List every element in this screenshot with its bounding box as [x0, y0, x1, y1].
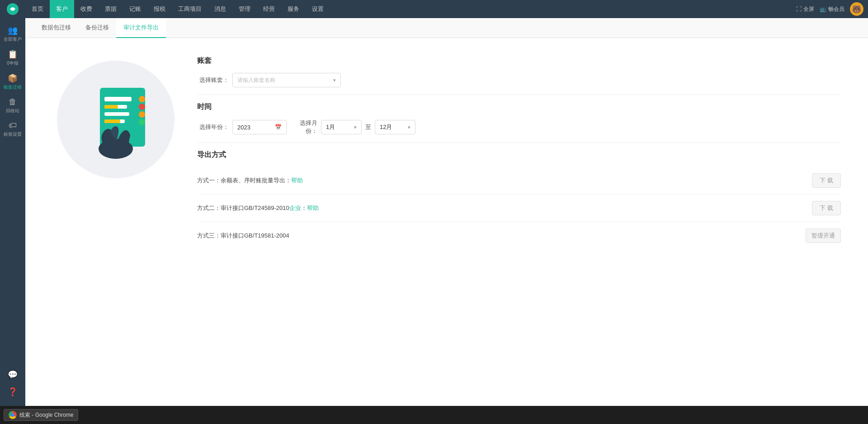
method3-vip-button[interactable]: 暂缓开通	[806, 229, 841, 243]
nav-invoice[interactable]: 票据	[99, 0, 123, 18]
taskbar-chrome-item[interactable]: 线索 - Google Chrome	[4, 409, 78, 421]
sidebar-label-account-migrate: 账套迁移	[4, 85, 22, 90]
section-divider-2	[197, 143, 841, 143]
section-divider-1	[197, 95, 841, 95]
illustration-circle	[57, 61, 175, 178]
tab-bar: 数据包迁移 备份迁移 审计文件导出	[25, 18, 868, 38]
export-method-3-row: 方式三：审计接口GB/T19581-2004 暂缓开通	[197, 222, 841, 249]
sidebar-item-tag-settings[interactable]: 🏷 标签设置	[0, 117, 25, 141]
top-nav-right: ⛶ 全屏 📺 畅会员 🐻	[796, 2, 863, 16]
method1-prefix: 方式一：余额表、序时账批量导出：	[197, 177, 291, 184]
nav-manage[interactable]: 管理	[232, 0, 257, 18]
tab-backup-migrate[interactable]: 备份迁移	[78, 18, 116, 38]
export-method-1-row: 方式一：余额表、序时账批量导出：帮助 下 载	[197, 167, 841, 195]
illustration-svg	[75, 74, 156, 165]
account-label: 选择账套：	[197, 76, 229, 84]
svg-rect-5	[104, 112, 129, 116]
method2-company: 企业	[289, 205, 301, 211]
month-start-value: 1月	[326, 123, 335, 131]
nav-service[interactable]: 服务	[281, 0, 306, 18]
sidebar-item-zero-declare[interactable]: 📋 0申报	[0, 46, 25, 70]
nav-settings[interactable]: 设置	[306, 0, 330, 18]
svg-rect-11	[104, 105, 118, 109]
svg-point-9	[139, 111, 145, 118]
vip-icon: 📺	[820, 6, 826, 12]
nav-bookkeeping[interactable]: 记账	[123, 0, 147, 18]
year-input[interactable]: 2023 📅	[232, 120, 287, 134]
chrome-icon	[9, 411, 17, 419]
method2-suffix: ：	[301, 205, 307, 211]
method1-download-button[interactable]: 下 载	[812, 173, 841, 188]
method2-download-button[interactable]: 下 载	[812, 201, 841, 215]
migrate-icon: 📦	[8, 73, 18, 83]
svg-point-8	[139, 104, 145, 110]
svg-point-1	[11, 8, 14, 10]
nav-customer[interactable]: 客户	[50, 0, 74, 18]
recycle-icon: 🗑	[9, 97, 17, 107]
to-label: 至	[365, 123, 371, 131]
fullscreen-button[interactable]: ⛶ 全屏	[796, 5, 814, 13]
sidebar-label-tag-settings: 标签设置	[4, 132, 22, 137]
calendar-icon: 📅	[275, 124, 282, 130]
taskbar: 线索 - Google Chrome	[0, 406, 868, 424]
vip-button[interactable]: 📺 畅会员	[820, 5, 844, 13]
customers-icon: 👥	[8, 25, 18, 35]
nav-operation[interactable]: 经营	[257, 0, 281, 18]
sidebar-label-zero-declare: 0申报	[7, 61, 19, 66]
time-row: 选择年份： 2023 📅 选择月份： 1月 ▾ 至 12月 ▾	[197, 119, 841, 135]
month-label: 选择月份：	[290, 119, 317, 135]
tab-audit-export[interactable]: 审计文件导出	[116, 18, 166, 38]
sidebar-item-recycle[interactable]: 🗑 回收站	[0, 94, 25, 117]
year-value: 2023	[237, 124, 250, 131]
method3-prefix: 方式三：审计接口GB/T19581-2004	[197, 232, 289, 239]
illustration-section	[43, 52, 188, 392]
method2-link[interactable]: 帮助	[307, 205, 319, 211]
method1-link[interactable]: 帮助	[291, 177, 303, 184]
method1-text: 方式一：余额表、序时账批量导出：帮助	[197, 176, 303, 185]
app-logo	[5, 1, 21, 17]
method2-text: 方式二：审计接口GB/T24589-2010企业：帮助	[197, 204, 319, 212]
nav-home[interactable]: 首页	[25, 0, 50, 18]
time-section-title: 时间	[197, 102, 841, 112]
month-start-select[interactable]: 1月 ▾	[321, 120, 362, 134]
nav-tax[interactable]: 报税	[147, 0, 172, 18]
nav-business[interactable]: 工商项目	[172, 0, 208, 18]
vip-label: 畅会员	[828, 5, 844, 13]
tab-data-migrate[interactable]: 数据包迁移	[34, 18, 78, 38]
content-area: 数据包迁移 备份迁移 审计文件导出	[25, 18, 868, 406]
nav-billing[interactable]: 收费	[74, 0, 99, 18]
account-select[interactable]: 请输入账套名称 ▾	[232, 73, 341, 87]
month-start-chevron: ▾	[354, 124, 357, 130]
sidebar-item-help[interactable]: ❓	[6, 383, 19, 400]
tag-icon: 🏷	[9, 121, 17, 130]
declare-icon: 📋	[8, 49, 18, 59]
sidebar-item-all-customers[interactable]: 👥 全部客户	[0, 22, 25, 46]
sidebar-label-recycle: 回收站	[6, 108, 19, 114]
top-nav: 首页 客户 收费 票据 记账 报税 工商项目 消息 管理 经营 服务 设置 ⛶ …	[0, 0, 868, 18]
main-layout: 👥 全部客户 📋 0申报 📦 账套迁移 🗑 回收站 🏷 标签设置 💬 ❓	[0, 18, 868, 406]
left-sidebar: 👥 全部客户 📋 0申报 📦 账套迁移 🗑 回收站 🏷 标签设置 💬 ❓	[0, 18, 25, 406]
sidebar-bottom: 💬 ❓	[6, 366, 19, 406]
account-placeholder: 请输入账套名称	[237, 76, 275, 84]
export-method-2-row: 方式二：审计接口GB/T24589-2010企业：帮助 下 载	[197, 195, 841, 222]
account-section-title: 账套	[197, 56, 841, 66]
svg-point-7	[139, 96, 145, 102]
nav-items: 首页 客户 收费 票据 记账 报税 工商项目 消息 管理 经营 服务 设置	[25, 0, 796, 18]
help-icon: ❓	[8, 387, 18, 397]
page-content: 账套 选择账套： 请输入账套名称 ▾ 时间 选择年份： 2023 📅	[25, 38, 868, 406]
sidebar-label-all-customers: 全部客户	[4, 37, 22, 42]
nav-messages[interactable]: 消息	[208, 0, 232, 18]
sidebar-item-chat[interactable]: 💬	[6, 366, 19, 383]
sidebar-item-account-migrate[interactable]: 📦 账套迁移	[0, 70, 25, 94]
month-end-select[interactable]: 12月 ▾	[375, 120, 415, 134]
svg-rect-3	[104, 97, 132, 101]
form-section: 账套 选择账套： 请输入账套名称 ▾ 时间 选择年份： 2023 📅	[188, 52, 850, 392]
method3-text: 方式三：审计接口GB/T19581-2004	[197, 232, 289, 240]
avatar[interactable]: 🐻	[850, 2, 863, 16]
chat-icon: 💬	[8, 370, 18, 380]
svg-rect-12	[104, 119, 120, 123]
taskbar-item-label: 线索 - Google Chrome	[19, 411, 73, 419]
export-section-title: 导出方式	[197, 150, 841, 160]
account-chevron-icon: ▾	[333, 77, 336, 83]
month-end-value: 12月	[380, 123, 392, 131]
